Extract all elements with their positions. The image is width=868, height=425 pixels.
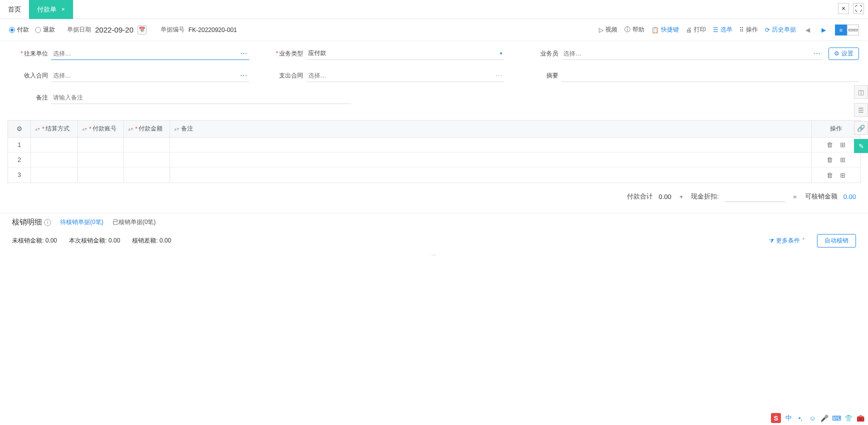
trash-icon[interactable]: 🗑 [826, 156, 833, 164]
help-button[interactable]: ⓘ帮助 [624, 26, 644, 34]
sogou-ime-icon[interactable]: S [771, 413, 781, 423]
radio-refund[interactable]: 退款 [35, 26, 55, 34]
tab-done[interactable]: 已核销单据(0笔) [113, 218, 156, 226]
remark-field[interactable] [53, 94, 349, 101]
history-button[interactable]: ⟳历史单据 [765, 26, 796, 34]
chevron-down-icon[interactable]: ▾ [500, 50, 502, 56]
staff-input[interactable]: ⋯ [561, 47, 822, 60]
settings-button[interactable]: ⚙设置 [828, 48, 859, 60]
operate-button[interactable]: ⠿操作 [739, 26, 758, 34]
next-arrow-icon[interactable]: ▶ [819, 26, 828, 34]
more-icon[interactable]: ⋯ [240, 50, 247, 58]
unit-label: *往来单位 [9, 50, 51, 58]
discount-input[interactable] [725, 191, 785, 202]
add-row-icon[interactable]: ⊞ [840, 156, 845, 164]
staff-label: 业务员 [519, 50, 561, 58]
ime-emoji-icon[interactable]: ☺ [808, 414, 817, 422]
income-field[interactable] [53, 72, 240, 79]
sort-icon: ▴▾ [128, 128, 133, 130]
window-close-icon[interactable]: × [838, 3, 849, 14]
unwrite-amount: 未核销金额: 0.00 [12, 236, 57, 245]
sort-icon: ▴▾ [35, 128, 40, 130]
tab-home[interactable]: 首页 [0, 0, 29, 19]
fullscreen-icon[interactable]: ⛶ [853, 3, 864, 14]
biz-select[interactable]: 应付款 ▾ [306, 47, 504, 60]
staff-field[interactable] [563, 50, 813, 57]
shortcut-button[interactable]: 📋快捷键 [651, 26, 679, 34]
ime-lang-icon[interactable]: 中 [784, 414, 793, 422]
calendar-icon[interactable]: 📅 [138, 26, 147, 34]
unit-field[interactable] [53, 50, 240, 57]
discount-label: 现金折扣: [691, 192, 719, 201]
rail-btn-edit-icon[interactable]: ✎ [854, 139, 868, 153]
select-button[interactable]: ☰选单 [713, 26, 732, 34]
trash-icon[interactable]: 🗑 [826, 172, 833, 179]
sort-icon: ▴▾ [82, 128, 87, 130]
rail-btn-2[interactable]: ☰ [854, 103, 868, 117]
unit-input[interactable]: ⋯ [51, 47, 249, 60]
table-row[interactable]: 2 🗑⊞ [8, 152, 860, 168]
sum-value: 0.00 [659, 193, 671, 200]
play-icon: ▷ [599, 26, 603, 34]
view-list-button[interactable]: ≡ [835, 24, 847, 36]
table-row[interactable]: 1 🗑⊞ [8, 138, 860, 152]
income-label: 收入合同 [9, 72, 51, 80]
row-index: 2 [8, 152, 31, 167]
more-icon[interactable]: ⋯ [813, 50, 820, 58]
avail-label: 可核销金额 [805, 192, 837, 201]
col-account[interactable]: ▴▾*付款账号 [78, 120, 124, 137]
add-row-icon[interactable]: ⊞ [840, 172, 845, 179]
col-remark[interactable]: ▴▾备注 [170, 120, 812, 137]
payment-table: ⚙ ▴▾*结算方式 ▴▾*付款账号 ▴▾*付款金额 ▴▾备注 操作 1 🗑⊞ 2… [8, 120, 860, 183]
auto-writeoff-button[interactable]: 自动核销 [817, 234, 856, 248]
remark-input[interactable] [51, 91, 351, 104]
ime-mic-icon[interactable]: 🎤 [820, 414, 829, 422]
income-input[interactable]: ⋯ [51, 69, 249, 82]
table-row[interactable]: 3 🗑⊞ [8, 168, 860, 182]
tab-pending[interactable]: 待核销单据(0笔) [60, 218, 104, 226]
gear-icon[interactable]: ⚙ [17, 125, 23, 132]
more-icon[interactable]: ⋯ [240, 72, 247, 80]
rail-btn-1[interactable]: ◫ [854, 85, 868, 99]
clipboard-icon: 📋 [651, 26, 659, 34]
ime-keyboard-icon[interactable]: ⌨ [832, 414, 841, 422]
rail-btn-link-icon[interactable]: 🔗 [854, 121, 868, 135]
prev-arrow-icon[interactable]: ◀ [803, 26, 812, 34]
trash-icon[interactable]: 🗑 [826, 141, 833, 148]
ime-toolbox-icon[interactable]: 🧰 [856, 414, 865, 422]
more-icon[interactable]: ⋯ [495, 72, 502, 80]
out-field[interactable] [308, 72, 495, 79]
ime-skin-icon[interactable]: 👕 [844, 414, 853, 422]
radio-payment-label: 付款 [17, 26, 29, 34]
gear-icon: ⚙ [834, 50, 839, 57]
out-input[interactable]: ⋯ [306, 69, 504, 82]
sort-icon: ▴▾ [174, 128, 179, 130]
video-button[interactable]: ▷视频 [599, 26, 617, 34]
summary-input[interactable] [561, 69, 859, 82]
row-index: 1 [8, 138, 31, 152]
close-icon[interactable]: × [62, 6, 65, 13]
info-icon[interactable]: i [44, 219, 51, 226]
ime-taskbar: S 中 •, ☺ 🎤 ⌨ 👕 🧰 [771, 413, 865, 423]
more-filter-button[interactable]: ⧩ 更多条件 ˄ [769, 236, 805, 245]
thiswrite-amount: 本次核销金额: 0.00 [69, 236, 120, 245]
biz-value: 应付款 [308, 49, 326, 58]
col-settle[interactable]: ▴▾*结算方式 [31, 120, 78, 137]
bill-no-value: FK-20220920-001 [189, 26, 237, 34]
print-button[interactable]: 🖨打印 [686, 26, 706, 34]
tab-payment-label: 付款单 [37, 6, 57, 13]
row-index: 3 [8, 168, 31, 182]
bill-date-value[interactable]: 2022-09-20 [95, 26, 134, 34]
ime-punct-icon[interactable]: •, [796, 414, 805, 422]
radio-refund-label: 退款 [43, 26, 55, 34]
collapse-caret-icon[interactable]: ︿ [12, 250, 856, 258]
tab-payment[interactable]: 付款单 × [29, 0, 73, 19]
view-grid-button[interactable]: ▭▭ [847, 24, 859, 36]
col-amount[interactable]: ▴▾*付款金额 [124, 120, 170, 137]
select-icon: ☰ [713, 26, 718, 34]
radio-payment[interactable]: 付款 [9, 26, 29, 34]
add-row-icon[interactable]: ⊞ [840, 141, 845, 148]
radio-checked-icon [9, 27, 15, 33]
avail-value: 0.00 [843, 193, 856, 200]
summary-field[interactable] [563, 72, 857, 79]
